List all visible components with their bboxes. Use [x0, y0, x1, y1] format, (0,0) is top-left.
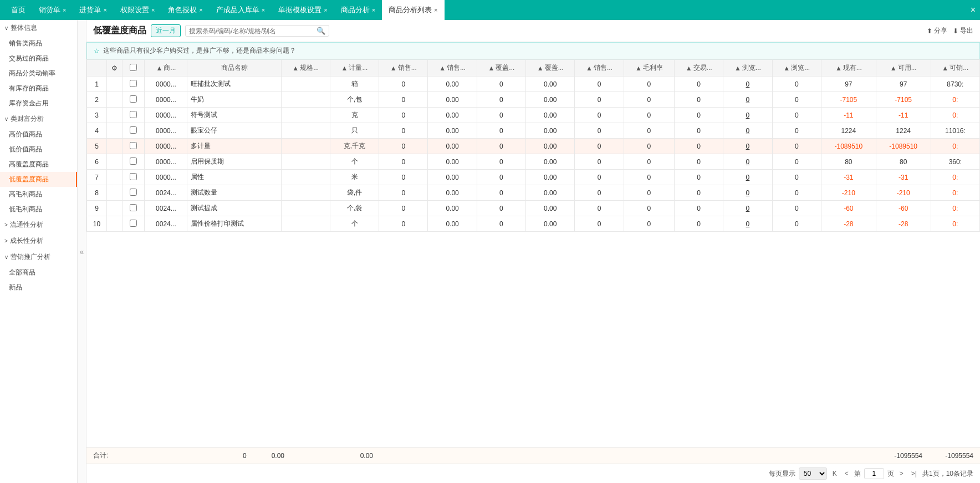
sidebar-item-all-goods[interactable]: 全部商品: [0, 265, 77, 280]
row-browse1[interactable]: 0: [723, 170, 772, 185]
settings-icon[interactable]: ⚙: [111, 64, 118, 72]
row-checkbox[interactable]: [122, 108, 145, 123]
row-browse1[interactable]: 0: [723, 92, 772, 108]
row-checkbox[interactable]: [122, 216, 145, 232]
row-browse1[interactable]: 0: [723, 216, 772, 232]
sidebar-section-marketing[interactable]: ∨ 营销推广分析: [0, 249, 77, 265]
browse1-link[interactable]: 0: [746, 111, 750, 119]
sidebar-item-low-value[interactable]: 低价值商品: [0, 142, 77, 157]
row-check[interactable]: [130, 204, 137, 211]
nav-item-product-inbound[interactable]: 产成品入库单 ×: [210, 0, 272, 20]
nav-close-permission[interactable]: ×: [151, 7, 155, 13]
nav-item-analysis-list[interactable]: 商品分析列表 ×: [382, 0, 444, 20]
row-browse1[interactable]: 0: [723, 201, 772, 216]
row-checkbox[interactable]: [122, 201, 145, 216]
row-browse1[interactable]: 0: [723, 185, 772, 201]
row-check[interactable]: [130, 126, 137, 134]
browse1-link[interactable]: 0: [746, 80, 750, 88]
nav-item-analysis[interactable]: 商品分析 ×: [334, 0, 382, 20]
row-browse1[interactable]: 0: [723, 139, 772, 154]
sidebar-item-traded-goods[interactable]: 交易过的商品: [0, 51, 77, 66]
row-browse1[interactable]: 0: [723, 123, 772, 139]
row-check[interactable]: [130, 189, 137, 196]
sidebar-item-high-value[interactable]: 高价值商品: [0, 127, 77, 142]
search-input[interactable]: [189, 27, 317, 35]
row-checkbox[interactable]: [122, 154, 145, 170]
export-button[interactable]: ⬇ 导出: [953, 26, 973, 35]
nav-item-permission[interactable]: 权限设置 ×: [114, 0, 161, 20]
table-wrapper: ⚙ ▲商... 商品名称 ▲规格... ▲计量... ▲销售... ▲销售...…: [86, 59, 980, 447]
share-button[interactable]: ⬆ 分享: [927, 26, 947, 35]
row-checkbox[interactable]: [122, 92, 145, 108]
row-check[interactable]: [130, 220, 137, 227]
row-sales1: 0: [379, 123, 428, 139]
nav-item-purchase[interactable]: 进货单 ×: [73, 0, 113, 20]
sidebar-item-category-rate[interactable]: 商品分类动销率: [0, 66, 77, 81]
sidebar-item-new-goods[interactable]: 新品: [0, 280, 77, 295]
browse1-link[interactable]: 0: [746, 205, 750, 212]
nav-close-analysis[interactable]: ×: [372, 7, 375, 13]
browse1-link[interactable]: 0: [746, 189, 750, 197]
nav-close-analysis-list[interactable]: ×: [434, 7, 437, 13]
sidebar-item-high-profit[interactable]: 高毛利商品: [0, 187, 77, 202]
row-browse1[interactable]: 0: [723, 108, 772, 123]
window-close-button[interactable]: ×: [971, 5, 976, 15]
table-row: 5 0000... 多计量 克,千克 0 0.00 0 0.00 0 0 0 0…: [87, 139, 980, 154]
browse1-link[interactable]: 0: [746, 127, 750, 135]
nav-item-sales[interactable]: 销货单 ×: [32, 0, 73, 20]
nav-item-template[interactable]: 单据模板设置 ×: [272, 0, 334, 20]
row-checkbox[interactable]: [122, 77, 145, 92]
per-page-select[interactable]: 50 100 200: [799, 467, 827, 480]
sidebar-section-wealth[interactable]: ∨ 类财富分析: [0, 111, 77, 127]
nav-close-role[interactable]: ×: [199, 7, 202, 13]
row-checkbox[interactable]: [122, 185, 145, 201]
export-icon: ⬇: [953, 27, 958, 35]
row-browse1[interactable]: 0: [723, 77, 772, 92]
browse1-link[interactable]: 0: [746, 96, 750, 104]
browse1-link[interactable]: 0: [746, 220, 750, 228]
nav-close-sales[interactable]: ×: [63, 7, 66, 13]
row-check[interactable]: [130, 95, 137, 103]
row-checkbox[interactable]: [122, 170, 145, 185]
content-header: 低覆盖度商品 近一月 🔍 ⬆ 分享 ⬇ 导出: [86, 20, 980, 42]
sidebar-item-sales-goods[interactable]: 销售类商品: [0, 36, 77, 51]
browse1-link[interactable]: 0: [746, 143, 750, 150]
row-check[interactable]: [130, 173, 137, 180]
nav-close-product-inbound[interactable]: ×: [262, 7, 265, 13]
sidebar-item-high-coverage[interactable]: 高覆盖度商品: [0, 157, 77, 172]
sidebar-item-inventory-capital[interactable]: 库存资金占用: [0, 96, 77, 111]
th-checkbox[interactable]: [122, 60, 145, 77]
row-check[interactable]: [130, 142, 137, 149]
browse1-link[interactable]: 0: [746, 158, 750, 166]
next-page-button[interactable]: >: [897, 469, 906, 479]
sidebar-section-overall[interactable]: ∨ 整体信息: [0, 20, 77, 36]
page-input[interactable]: [864, 468, 884, 479]
browse1-link[interactable]: 0: [746, 174, 750, 181]
filter-recent-month-button[interactable]: 近一月: [151, 24, 181, 37]
row-checkbox[interactable]: [122, 123, 145, 139]
row-checkbox[interactable]: [122, 139, 145, 154]
sidebar-item-stocked-goods[interactable]: 有库存的商品: [0, 81, 77, 96]
sidebar-item-low-profit[interactable]: 低毛利商品: [0, 202, 77, 217]
sidebar-section-liquidity[interactable]: > 流通性分析: [0, 217, 77, 233]
nav-item-home[interactable]: 首页: [4, 0, 32, 20]
last-page-button[interactable]: >|: [909, 469, 919, 479]
row-check[interactable]: [130, 111, 137, 118]
row-usable: -210: [876, 185, 931, 201]
th-settings[interactable]: ⚙: [107, 60, 122, 77]
sidebar-section-growth[interactable]: > 成长性分析: [0, 233, 77, 249]
nav-close-purchase[interactable]: ×: [103, 7, 106, 13]
select-all-checkbox[interactable]: [130, 64, 137, 71]
row-check[interactable]: [130, 80, 137, 87]
nav-item-role[interactable]: 角色授权 ×: [161, 0, 209, 20]
row-check[interactable]: [130, 157, 137, 165]
sidebar-collapse-button[interactable]: «: [78, 20, 86, 483]
first-page-button[interactable]: K: [830, 469, 839, 479]
row-usable: -1089510: [876, 139, 931, 154]
search-box[interactable]: 🔍: [185, 25, 329, 37]
prev-page-button[interactable]: <: [843, 469, 851, 479]
row-code: 0000...: [145, 77, 187, 92]
nav-close-template[interactable]: ×: [324, 7, 327, 13]
row-browse1[interactable]: 0: [723, 154, 772, 170]
sidebar-item-low-coverage[interactable]: 低覆盖度商品: [0, 172, 77, 187]
